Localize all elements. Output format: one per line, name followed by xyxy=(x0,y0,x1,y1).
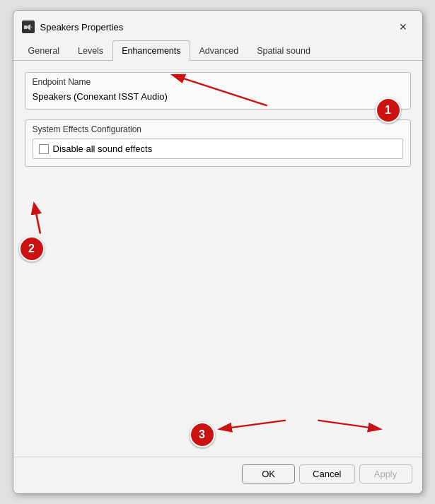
annotation-2: 2 xyxy=(19,236,45,262)
apply-button[interactable]: Apply xyxy=(359,464,412,484)
svg-rect-0 xyxy=(24,25,27,29)
effects-section: System Effects Configuration Disable all… xyxy=(25,119,411,167)
disable-effects-checkbox[interactable] xyxy=(39,144,49,154)
disable-effects-row: Disable all sound effects xyxy=(39,143,397,154)
tab-bar: General Levels Enhancements Advanced Spa… xyxy=(13,40,422,61)
svg-line-3 xyxy=(221,421,286,429)
endpoint-section: Endpoint Name Speakers (Conexant ISST Au… xyxy=(25,72,411,110)
svg-line-2 xyxy=(34,204,40,233)
speakers-properties-window: Speakers Properties ✕ General Levels Enh… xyxy=(13,10,423,494)
tab-content: Endpoint Name Speakers (Conexant ISST Au… xyxy=(13,61,422,457)
tab-general[interactable]: General xyxy=(19,40,69,61)
svg-line-4 xyxy=(318,421,378,429)
tab-spatial-sound[interactable]: Spatial sound xyxy=(248,40,320,61)
effects-label: System Effects Configuration xyxy=(33,124,403,134)
ok-button[interactable]: OK xyxy=(242,464,295,484)
endpoint-label: Endpoint Name xyxy=(33,77,403,87)
tab-advanced[interactable]: Advanced xyxy=(190,40,248,61)
tab-levels[interactable]: Levels xyxy=(69,40,112,61)
window-title: Speakers Properties xyxy=(40,22,393,33)
disable-effects-label: Disable all sound effects xyxy=(53,143,153,154)
close-button[interactable]: ✕ xyxy=(393,18,414,36)
button-bar: 3 OK Cancel Apply xyxy=(13,457,422,493)
window-icon xyxy=(22,20,35,33)
tab-enhancements[interactable]: Enhancements xyxy=(112,40,190,61)
cancel-button[interactable]: Cancel xyxy=(299,464,354,484)
title-bar: Speakers Properties ✕ xyxy=(13,11,422,40)
endpoint-value: Speakers (Conexant ISST Audio) xyxy=(33,90,168,103)
effects-box: Disable all sound effects xyxy=(33,139,403,159)
